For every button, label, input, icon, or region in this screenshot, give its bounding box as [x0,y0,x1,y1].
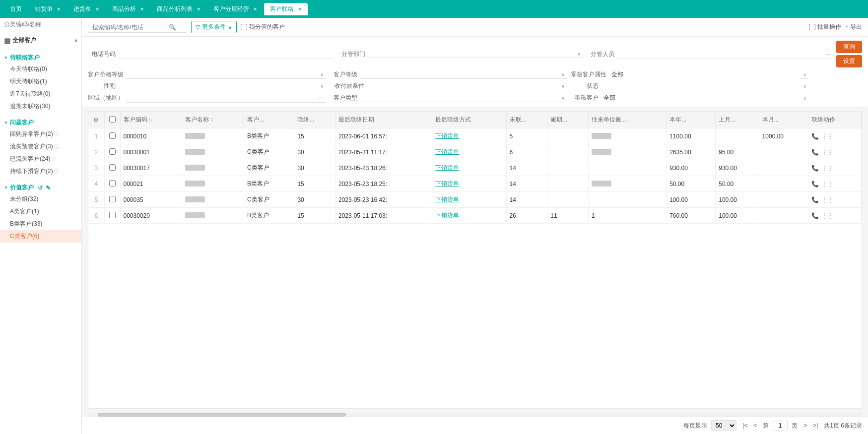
action-phone-icon[interactable]: 📞 [811,133,819,140]
sidebar-item-tomorrow[interactable]: 明天待联络(1) [0,75,81,88]
col-gear[interactable]: ⚙ [88,112,104,128]
action-phone-icon[interactable]: 📞 [811,196,819,203]
prev-page-btn[interactable]: < [751,422,759,430]
row-this-year: 930.00 [667,160,716,176]
sidebar-item-class-c[interactable]: C类客户(6) [0,230,81,243]
row-method[interactable]: 下销货单 [432,144,506,160]
sidebar-search-input[interactable] [4,21,78,28]
row-method[interactable]: 下销货单 [432,160,506,176]
sidebar-item-declining[interactable]: 持续下滑客户(2) ⓘ [0,165,81,178]
dept-arrow: ∨ [577,51,581,57]
sidebar-item-7days[interactable]: 近7天待联络(0) [0,88,81,100]
more-conditions-btn[interactable]: ▽ 更多条件 ∨ [191,21,237,33]
dept-select[interactable]: ∨ [368,50,583,58]
nav-item-product-list[interactable]: 商品分析列表 ✕ [151,3,206,15]
query-button[interactable]: 查询 [836,41,862,53]
row-checkbox[interactable] [109,132,116,139]
grade-select[interactable]: ∨ [360,71,567,79]
dept-label: 分管部门 [337,50,365,59]
sidebar-value-label[interactable]: ▼ 价值客户 ↺ ✎ [0,182,81,193]
phone-input[interactable] [119,50,334,59]
nav-item-product-analysis[interactable]: 商品分析 ✕ [106,3,150,15]
last-page-btn[interactable]: >| [811,422,820,430]
manager-select[interactable]: ··· [617,50,832,59]
action-more-icon[interactable]: ⋮⋮ [822,165,834,172]
nav-purchase-close[interactable]: ✕ [95,6,99,12]
gender-select[interactable]: ∨ [119,82,326,90]
search-icon[interactable]: 🔍 [169,24,176,31]
method-link[interactable]: 下销货单 [435,180,459,187]
sidebar-item-class-a[interactable]: A类客户(1) [0,205,81,218]
method-link[interactable]: 下销货单 [435,132,459,139]
row-checkbox[interactable] [109,196,116,202]
sidebar-item-class-b[interactable]: B类客户(33) [0,218,81,230]
price-select[interactable]: ∨ [127,71,326,79]
sidebar-item-repurchase-anomaly[interactable]: 回购异常客户(2) ⓘ [0,128,81,140]
method-link[interactable]: 下销货单 [435,148,459,155]
select-all-checkbox[interactable] [109,116,116,123]
sidebar-value-group: ▼ 价值客户 ↺ ✎ 未分组(32) A类客户(1) B类客户(33) C类客户… [0,180,81,245]
method-link[interactable]: 下销货单 [435,196,459,203]
sidebar-item-churn-warning[interactable]: 流失预警客户(3) ⓘ [0,140,81,153]
nav-sales-close[interactable]: ✕ [57,6,61,12]
nav-product-list-close[interactable]: ✕ [197,6,200,12]
my-customers-checkbox[interactable] [241,24,247,30]
action-phone-icon[interactable]: 📞 [811,149,819,156]
row-checkbox[interactable] [109,164,116,171]
status-select[interactable]: ∨ [601,82,808,90]
nav-customer-contact-close[interactable]: ✕ [298,6,302,12]
row-method[interactable]: 下销货单 [432,208,506,224]
sidebar-pending-label[interactable]: ▼ 待联络客户 [0,52,81,63]
nav-item-purchase[interactable]: 进货单 ✕ [67,3,105,15]
row-type: C类客户 [244,144,294,160]
manager-dots[interactable]: ··· [825,51,830,58]
scrollbar-thumb[interactable] [98,413,346,417]
next-page-btn[interactable]: > [801,422,809,430]
row-method[interactable]: 下销货单 [432,176,506,192]
retail-attr-select[interactable]: ∨ [801,71,808,79]
action-more-icon[interactable]: ⋮⋮ [822,212,834,219]
nav-product-analysis-close[interactable]: ✕ [140,6,144,12]
nav-item-home[interactable]: 首页 [4,3,28,15]
row-checkbox[interactable] [109,212,116,218]
payment-select[interactable]: ∨ [367,82,567,90]
customer-type-arrow: ∨ [561,95,565,101]
sidebar-item-overdue[interactable]: 逾期未联络(30) [0,100,81,113]
search-input[interactable] [92,24,167,31]
first-page-btn[interactable]: |< [740,422,749,430]
row-method[interactable]: 下销货单 [432,128,506,144]
action-phone-icon[interactable]: 📞 [811,212,819,219]
method-link[interactable]: 下销货单 [435,212,459,219]
nav-item-customer-contact[interactable]: 客户联络 ✕ [264,3,308,15]
nav-item-customer-tier[interactable]: 客户分层经营 ✕ [207,3,263,15]
horizontal-scrollbar[interactable] [88,413,862,417]
sidebar-item-ungrouped[interactable]: 未分组(32) [0,193,81,205]
sidebar-item-today[interactable]: 今天待联络(0) [0,63,81,75]
action-more-icon[interactable]: ⋮⋮ [822,196,834,203]
nav-customer-tier-close[interactable]: ✕ [253,6,257,12]
nav-item-sales[interactable]: 销货单 ✕ [29,3,67,15]
region-dots[interactable]: ··· [319,94,324,101]
action-more-icon[interactable]: ⋮⋮ [822,133,834,140]
sidebar-all-customers[interactable]: ▦ 全部客户 « [0,33,81,48]
settings-button[interactable]: 设置 [836,55,862,67]
row-checkbox[interactable] [109,180,116,186]
action-more-icon[interactable]: ⋮⋮ [822,181,834,187]
refresh-icon[interactable]: ↺ [38,185,43,191]
sidebar-problem-label[interactable]: ▼ 问题客户 [0,117,81,128]
export-btn[interactable]: ↑ 导出 [845,23,862,31]
customer-type-select[interactable]: ∨ [360,94,567,102]
sidebar-item-churned[interactable]: 已流失客户(24) ⓘ [0,153,81,165]
action-phone-icon[interactable]: 📞 [811,181,819,187]
edit-icon[interactable]: ✎ [46,185,51,191]
method-link[interactable]: 下销货单 [435,164,459,171]
retail-select[interactable]: ∨ [801,94,808,102]
page-number-input[interactable] [773,421,788,431]
batch-op-btn[interactable]: 批量操作 [809,23,841,31]
per-page-select[interactable]: 50 100 200 [711,420,736,431]
action-more-icon[interactable]: ⋮⋮ [822,149,834,156]
row-checkbox[interactable] [109,148,116,155]
row-method[interactable]: 下销货单 [432,192,506,208]
action-phone-icon[interactable]: 📞 [811,165,819,172]
region-select[interactable]: ··· [127,93,326,103]
